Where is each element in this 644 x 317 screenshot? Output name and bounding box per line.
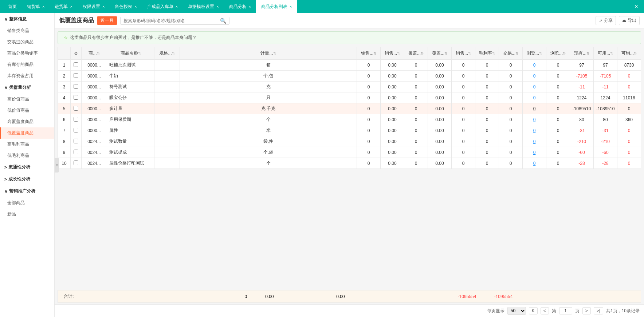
row-sale3: 0 xyxy=(452,92,475,103)
search-box[interactable]: 🔍 xyxy=(120,17,229,25)
row-checkbox[interactable] xyxy=(71,82,82,92)
row-browse1[interactable]: 0 xyxy=(523,71,546,82)
row-name[interactable]: 多计量 xyxy=(107,103,154,114)
col-cov2[interactable]: 覆盖...⇅ xyxy=(428,47,452,60)
close-icon[interactable]: × xyxy=(249,4,251,9)
first-page-button[interactable]: K xyxy=(529,307,538,314)
sidebar-group-circulation[interactable]: > 流通性分析 xyxy=(0,161,54,173)
col-unit[interactable]: 计量...⇅ xyxy=(180,47,357,60)
row-name[interactable]: 属性价格打印测试 xyxy=(107,158,154,169)
sidebar-group-cluster[interactable]: ∨ 类群量分析 xyxy=(0,82,54,94)
row-checkbox[interactable] xyxy=(71,114,82,125)
close-icon[interactable]: × xyxy=(134,4,137,9)
close-icon[interactable]: × xyxy=(42,4,44,9)
sidebar-item-low-profit[interactable]: 低毛利商品 xyxy=(0,150,54,161)
col-sale3[interactable]: 销售...⇅ xyxy=(452,47,475,60)
row-name[interactable]: 符号测试 xyxy=(107,82,154,92)
sidebar-item-high-value[interactable]: 高价值商品 xyxy=(0,94,54,105)
time-filter-button[interactable]: 近一月 xyxy=(97,16,117,25)
sidebar-item-new-products[interactable]: 新品 xyxy=(0,209,54,220)
nav-item-product-analysis-list[interactable]: 商品分析列表 × xyxy=(256,0,297,13)
col-trans[interactable]: 交易...⇅ xyxy=(499,47,523,60)
row-browse1[interactable]: 0 xyxy=(523,114,546,125)
export-button[interactable]: ⏏ 导出 xyxy=(619,16,640,25)
row-checkbox[interactable] xyxy=(71,136,82,147)
sidebar-item-all-products[interactable]: 全部商品 xyxy=(0,197,54,209)
close-icon[interactable]: × xyxy=(176,4,178,9)
row-name[interactable]: 牛奶 xyxy=(107,71,154,82)
col-sale1[interactable]: 销售...⇅ xyxy=(357,47,381,60)
sidebar-group-overall[interactable]: ∨ 整体信息 xyxy=(0,13,54,25)
sidebar-item-sales-products[interactable]: 销售类商品 xyxy=(0,25,54,36)
sidebar-item-traded-products[interactable]: 交易过的商品 xyxy=(0,36,54,48)
nav-item-permission[interactable]: 权限设置 × xyxy=(78,0,110,13)
window-close-button[interactable]: × xyxy=(631,3,641,11)
sidebar-item-high-coverage[interactable]: 高覆盖度商品 xyxy=(0,116,54,127)
row-browse1[interactable]: 0 xyxy=(523,82,546,92)
row-checkbox[interactable] xyxy=(71,158,82,169)
row-browse1[interactable]: 0 xyxy=(523,147,546,158)
next-page-button[interactable]: > xyxy=(582,307,591,314)
col-current[interactable]: 现有...⇅ xyxy=(570,47,594,60)
row-current: -7105 xyxy=(570,71,594,82)
nav-item-purchase[interactable]: 进货单 × xyxy=(50,0,77,13)
row-checkbox[interactable] xyxy=(71,71,82,82)
sidebar-toggle[interactable]: « xyxy=(55,158,59,173)
nav-item-template[interactable]: 单据模板设置 × xyxy=(183,0,224,13)
table-wrapper[interactable]: ⚙ 商...⇅ 商品名称⇅ 规格...⇅ 计量...⇅ xyxy=(58,47,641,290)
col-spec[interactable]: 规格...⇅ xyxy=(154,47,180,60)
sidebar-item-low-value[interactable]: 低价值商品 xyxy=(0,105,54,116)
row-browse1[interactable]: 0 xyxy=(523,60,546,71)
nav-item-product-warehouse[interactable]: 产成品入库单 × xyxy=(142,0,183,13)
sidebar-group-marketing[interactable]: ∨ 营销推广分析 xyxy=(0,185,54,197)
row-browse1[interactable]: 0 xyxy=(523,103,546,114)
row-checkbox[interactable] xyxy=(71,125,82,136)
row-name[interactable]: 眼宝公仔 xyxy=(107,92,154,103)
col-checkbox[interactable]: ⚙ xyxy=(71,47,82,60)
row-name[interactable]: 启用保质期 xyxy=(107,114,154,125)
row-name[interactable]: 测试数量 xyxy=(107,136,154,147)
sidebar-item-category-rate[interactable]: 商品分类动销率 xyxy=(0,48,54,59)
last-page-button[interactable]: >| xyxy=(594,307,603,314)
row-browse1[interactable]: 0 xyxy=(523,125,546,136)
sidebar-item-stock-products[interactable]: 有库存的商品 xyxy=(0,59,54,70)
nav-item-product-analysis[interactable]: 商品分析 × xyxy=(224,0,256,13)
close-icon[interactable]: × xyxy=(102,4,105,9)
col-available[interactable]: 可用...⇅ xyxy=(594,47,617,60)
col-cov1[interactable]: 覆盖...⇅ xyxy=(404,47,428,60)
col-name[interactable]: 商品名称⇅ xyxy=(107,47,154,60)
close-icon[interactable]: × xyxy=(70,4,72,9)
row-checkbox[interactable] xyxy=(71,147,82,158)
col-browse1[interactable]: 浏览...⇅ xyxy=(523,47,546,60)
row-num: 8 xyxy=(58,136,71,147)
row-checkbox[interactable] xyxy=(71,92,82,103)
col-code[interactable]: 商...⇅ xyxy=(82,47,107,60)
row-name[interactable]: 属性 xyxy=(107,125,154,136)
sidebar-item-high-profit[interactable]: 高毛利商品 xyxy=(0,139,54,150)
sidebar-group-growth[interactable]: > 成长性分析 xyxy=(0,173,54,185)
col-saleable[interactable]: 可销...⇅ xyxy=(617,47,641,60)
col-sale2[interactable]: 销售...⇅ xyxy=(381,47,404,60)
nav-item-home[interactable]: 首页 xyxy=(3,0,22,13)
sidebar-item-low-coverage[interactable]: 低覆盖度商品 xyxy=(0,127,54,139)
search-input[interactable] xyxy=(123,18,220,23)
close-icon[interactable]: × xyxy=(216,4,219,9)
nav-item-role[interactable]: 角色授权 × xyxy=(110,0,142,13)
page-number-input[interactable] xyxy=(559,307,572,314)
col-browse2[interactable]: 浏览...⇅ xyxy=(546,47,570,60)
gear-icon[interactable]: ⚙ xyxy=(74,51,78,56)
row-browse1[interactable]: 0 xyxy=(523,136,546,147)
row-browse1[interactable]: 0 xyxy=(523,92,546,103)
close-icon[interactable]: × xyxy=(290,4,292,9)
sidebar-item-stock-capital[interactable]: 库存资金占用 xyxy=(0,70,54,82)
page-size-select[interactable]: 50 100 200 xyxy=(507,307,526,315)
row-name[interactable]: 旺辅批次测试 xyxy=(107,60,154,71)
row-checkbox[interactable] xyxy=(71,60,82,71)
prev-page-button[interactable]: < xyxy=(541,307,549,314)
nav-item-sales[interactable]: 销货单 × xyxy=(22,0,50,13)
row-name[interactable]: 测试提成 xyxy=(107,147,154,158)
share-button[interactable]: ↗ 分享 xyxy=(596,16,616,25)
row-checkbox[interactable] xyxy=(71,103,82,114)
col-gross[interactable]: 毛利率⇅ xyxy=(475,47,499,60)
row-browse1[interactable]: 0 xyxy=(523,158,546,169)
